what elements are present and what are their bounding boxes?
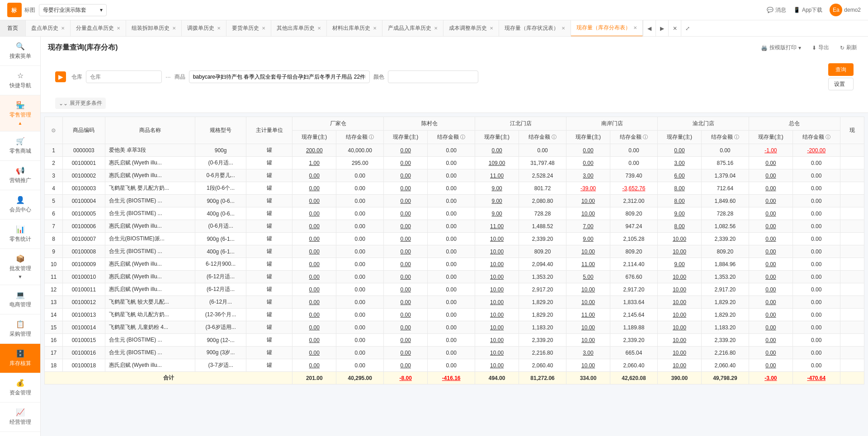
row-total-qty[interactable]: 0.00	[749, 220, 793, 233]
row-yubei-qty[interactable]: 9.00	[658, 258, 702, 271]
product-input[interactable]	[189, 70, 370, 83]
row-yubei-qty[interactable]: 10.00	[658, 283, 702, 296]
row-chen-qty[interactable]: 0.00	[384, 271, 428, 283]
row-yubei-qty[interactable]: 8.00	[658, 182, 702, 195]
tabs-next-btn[interactable]: ▶	[656, 20, 668, 37]
tab-assembly[interactable]: 组装拆卸单历史 ✕	[126, 20, 182, 37]
row-total-qty[interactable]: 0.00	[749, 309, 793, 321]
row-yubei-qty[interactable]: 3.00	[658, 157, 702, 169]
row-factory-qty[interactable]: 0.00	[292, 258, 336, 271]
row-nanbin-qty[interactable]: 9.00	[566, 233, 610, 245]
row-chen-qty[interactable]: 0.00	[384, 144, 428, 157]
row-nanbin-qty[interactable]: 3.00	[566, 169, 610, 182]
row-chen-qty[interactable]: 0.00	[384, 245, 428, 258]
row-yubei-qty[interactable]: 10.00	[658, 245, 702, 258]
row-nanbin-qty[interactable]: 10.00	[566, 321, 610, 334]
export-button[interactable]: ⬇ 导出	[808, 42, 833, 53]
row-factory-qty[interactable]: 1.00	[292, 157, 336, 169]
row-chen-qty[interactable]: 0.00	[384, 220, 428, 233]
close-icon[interactable]: ✕	[117, 26, 120, 31]
warehouse-dots-btn[interactable]: ···	[165, 73, 171, 80]
row-chen-qty[interactable]: 0.00	[384, 207, 428, 220]
row-yubei-qty[interactable]: 6.00	[658, 169, 702, 182]
expand-conditions-btn[interactable]: ⌄⌄ 展开更多条件	[55, 98, 106, 109]
sidebar-item-retail-shop[interactable]: 🛒 零售商城	[0, 131, 40, 161]
row-total-qty[interactable]: 0.00	[749, 207, 793, 220]
sidebar-item-quick-nav[interactable]: ☆ 快捷导航	[0, 66, 40, 95]
row-factory-qty[interactable]: 0.00	[292, 207, 336, 220]
row-jiangbei-qty[interactable]: 10.00	[475, 359, 519, 372]
tab-inventory-list[interactable]: 盘点单历史 ✕	[26, 20, 71, 37]
row-chen-qty[interactable]: 0.00	[384, 309, 428, 321]
sidebar-item-member[interactable]: 👤 会员中心	[0, 190, 40, 220]
row-nanbin-qty[interactable]: 10.00	[566, 195, 610, 207]
row-jiangbei-qty[interactable]: 9.00	[475, 207, 519, 220]
row-yubei-qty[interactable]: 10.00	[658, 334, 702, 347]
row-factory-qty[interactable]: 0.00	[292, 283, 336, 296]
tabs-expand-btn[interactable]: ⤢	[681, 20, 693, 37]
close-icon[interactable]: ✕	[317, 26, 321, 31]
message-button[interactable]: 💬 消息	[767, 6, 786, 14]
row-factory-qty[interactable]: 0.00	[292, 309, 336, 321]
sidebar-item-basic-info[interactable]: ℹ️ 基础信息	[0, 432, 40, 436]
sidebar-item-search[interactable]: 🔍 搜索英单	[0, 37, 40, 66]
tabs-close-all-btn[interactable]: ✕	[668, 20, 681, 37]
row-nanbin-qty[interactable]: -39.00	[566, 182, 610, 195]
sidebar-item-purchase[interactable]: 📋 采购管理	[0, 314, 40, 344]
row-factory-qty[interactable]: 0.00	[292, 296, 336, 309]
sidebar-item-marketing[interactable]: 📢 营销推广	[0, 161, 40, 190]
sidebar-item-inventory[interactable]: 🗄️ 库存核算	[0, 344, 40, 373]
row-yubei-qty[interactable]: 9.00	[658, 207, 702, 220]
row-factory-qty[interactable]: 0.00	[292, 271, 336, 283]
sidebar-item-retail-mgmt[interactable]: 🏪 零售管理 ▲	[0, 95, 40, 131]
row-total-qty[interactable]: 0.00	[749, 283, 793, 296]
org-dropdown[interactable]: 母婴行业演示陈套 ▾	[39, 4, 107, 16]
tab-cost-adjust[interactable]: 成本调整单历史 ✕	[443, 20, 499, 37]
sidebar-item-ecommerce[interactable]: 💻 电商管理	[0, 285, 40, 314]
close-icon[interactable]: ✕	[434, 26, 438, 31]
row-chen-qty[interactable]: 0.00	[384, 182, 428, 195]
row-nanbin-qty[interactable]: 0.00	[566, 144, 610, 157]
tab-home[interactable]: 首页	[0, 20, 26, 37]
close-icon[interactable]: ✕	[490, 26, 493, 31]
row-nanbin-qty[interactable]: 10.00	[566, 207, 610, 220]
row-factory-qty[interactable]: 0.00	[292, 233, 336, 245]
tab-transfer[interactable]: 调拨单历史 ✕	[182, 20, 226, 37]
row-chen-qty[interactable]: 0.00	[384, 169, 428, 182]
row-total-qty[interactable]: 0.00	[749, 195, 793, 207]
row-jiangbei-qty[interactable]: 109.00	[475, 157, 519, 169]
row-chen-qty[interactable]: 0.00	[384, 283, 428, 296]
close-icon[interactable]: ✕	[61, 26, 65, 31]
sidebar-item-retail-stats[interactable]: 📊 零售统计	[0, 220, 40, 249]
row-yubei-qty[interactable]: 8.00	[658, 195, 702, 207]
row-nanbin-qty[interactable]: 10.00	[566, 245, 610, 258]
close-icon[interactable]: ✕	[633, 25, 637, 30]
row-total-qty[interactable]: 0.00	[749, 233, 793, 245]
close-icon[interactable]: ✕	[373, 26, 377, 31]
row-jiangbei-qty[interactable]: 9.00	[475, 195, 519, 207]
row-chen-qty[interactable]: 0.00	[384, 195, 428, 207]
row-nanbin-qty[interactable]: 5.00	[566, 271, 610, 283]
row-total-qty[interactable]: -1.00	[749, 144, 793, 157]
row-factory-qty[interactable]: 0.00	[292, 347, 336, 359]
close-icon[interactable]: ✕	[172, 26, 176, 31]
row-chen-qty[interactable]: 0.00	[384, 296, 428, 309]
row-chen-qty[interactable]: 0.00	[384, 258, 428, 271]
user-profile[interactable]: Ea demo2	[830, 4, 861, 16]
row-chen-qty[interactable]: 0.00	[384, 334, 428, 347]
row-nanbin-qty[interactable]: 7.00	[566, 220, 610, 233]
row-total-qty[interactable]: 0.00	[749, 169, 793, 182]
row-nanbin-qty[interactable]: 10.00	[566, 359, 610, 372]
sidebar-item-wholesale[interactable]: 📦 批发管理 ▼	[0, 249, 40, 285]
row-jiangbei-qty[interactable]: 10.00	[475, 258, 519, 271]
row-jiangbei-qty[interactable]: 10.00	[475, 309, 519, 321]
table-container[interactable]: ⚙ 商品编码 商品名称 规格型号 主计量单位 厂家仓 陈村仓 江北门店 南岸门店…	[41, 113, 868, 436]
tab-stock-dist[interactable]: 现存量（库存分布表） ✕	[571, 20, 643, 37]
row-jiangbei-qty[interactable]: 10.00	[475, 334, 519, 347]
row-jiangbei-qty[interactable]: 11.00	[475, 169, 519, 182]
row-total-qty[interactable]: 0.00	[749, 347, 793, 359]
row-nanbin-qty[interactable]: 11.00	[566, 258, 610, 271]
tab-purchase-order[interactable]: 要货单历史 ✕	[226, 20, 271, 37]
row-total-qty[interactable]: 0.00	[749, 271, 793, 283]
row-total-qty[interactable]: 0.00	[749, 296, 793, 309]
